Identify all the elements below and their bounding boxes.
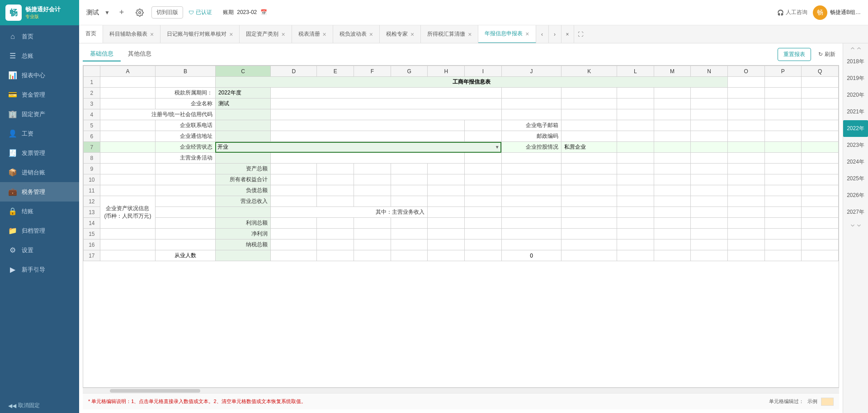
tab-tax-list-close[interactable]: × (323, 31, 326, 38)
cell-17-k[interactable] (561, 250, 617, 261)
cell-2-q[interactable] (802, 88, 839, 99)
tab-journal[interactable]: 日记账与银行对账单核对 × (160, 25, 240, 43)
cell-16-g[interactable] (391, 239, 428, 250)
refresh-button[interactable]: ↻ 刷新 (815, 48, 839, 61)
col-header-o[interactable]: O (727, 66, 764, 77)
cell-2-c[interactable]: 2022年度 (215, 88, 270, 99)
cell-11-g[interactable] (391, 185, 428, 196)
cell-10-l[interactable] (617, 174, 654, 185)
cell-4-p[interactable] (764, 109, 802, 120)
cell-16-o[interactable] (727, 239, 764, 250)
cell-10-b[interactable] (156, 174, 216, 185)
cell-16-d[interactable] (271, 239, 317, 250)
tab-annual-close[interactable]: × (525, 30, 529, 38)
cell-4-k[interactable] (561, 109, 617, 120)
settings-gear-button[interactable] (133, 6, 146, 19)
cell-10-h[interactable] (428, 174, 465, 185)
col-header-i[interactable]: I (465, 66, 502, 77)
cell-9-i[interactable] (465, 164, 502, 174)
cell-8-n[interactable] (691, 153, 728, 164)
cell-7-l[interactable] (617, 142, 654, 153)
cell-16-p[interactable] (764, 239, 802, 250)
cell-11-d[interactable] (271, 185, 317, 196)
cell-16-l[interactable] (617, 239, 654, 250)
cell-4-j[interactable] (501, 109, 561, 120)
subtab-other[interactable]: 其他信息 (121, 47, 159, 61)
cell-13-p[interactable] (764, 207, 802, 218)
cell-17-j[interactable]: 0 (501, 250, 561, 261)
cell-14-i[interactable] (465, 218, 502, 229)
cell-6-b[interactable]: 企业通信地址 (156, 131, 216, 142)
cell-8-i[interactable] (465, 153, 502, 164)
col-header-f[interactable]: F (354, 66, 391, 77)
cell-13-i[interactable] (465, 207, 502, 218)
cell-5-j[interactable]: 企业电子邮箱 (501, 120, 561, 131)
cell-3-n[interactable] (691, 99, 728, 109)
cell-9-e[interactable] (317, 164, 354, 174)
cell-7-p[interactable] (764, 142, 802, 153)
cell-16-c[interactable]: 纳税总额 (215, 239, 270, 250)
col-header-g[interactable]: G (391, 66, 428, 77)
cell-3-p[interactable] (764, 99, 802, 109)
cell-8-k[interactable] (561, 153, 617, 164)
cell-15-b[interactable] (156, 229, 216, 239)
cell-16-n[interactable] (691, 239, 728, 250)
cell-12-d[interactable] (271, 196, 317, 207)
cell-14-h[interactable] (428, 218, 465, 229)
cell-8-o[interactable] (727, 153, 764, 164)
cell-3-k[interactable] (561, 99, 617, 109)
cell-3-q[interactable] (802, 99, 839, 109)
cell-5-c[interactable] (215, 120, 270, 131)
cell-13-d[interactable]: 其中：主营业务收入 (271, 207, 428, 218)
cell-15-q[interactable] (802, 229, 839, 239)
cell-11-p[interactable] (764, 185, 802, 196)
cell-9-b[interactable] (156, 164, 216, 174)
cell-14-b[interactable] (156, 218, 216, 229)
cell-6-m[interactable] (654, 131, 691, 142)
cell-11-j[interactable] (501, 185, 561, 196)
sidebar-item-assets[interactable]: 🏢 固定资产 (0, 104, 79, 124)
cell-17-q[interactable] (802, 250, 839, 261)
cell-1-b[interactable] (156, 77, 216, 88)
cell-15-d[interactable] (271, 229, 317, 239)
col-header-m[interactable]: M (654, 66, 691, 77)
cell-16-j[interactable] (501, 239, 561, 250)
cell-17-m[interactable] (654, 250, 691, 261)
cell-10-e[interactable] (317, 174, 354, 185)
cell-5-a[interactable] (100, 120, 155, 131)
tab-income-tax[interactable]: 所得税汇算清缴 × (421, 25, 478, 43)
cell-3-l[interactable] (617, 99, 654, 109)
cell-10-a[interactable] (100, 174, 155, 185)
cell-10-d[interactable] (271, 174, 317, 185)
cell-10-i[interactable] (465, 174, 502, 185)
col-header-c[interactable]: C (215, 66, 270, 77)
topbar-dropdown[interactable]: ▼ (104, 9, 110, 16)
cell-12-e[interactable] (317, 196, 354, 207)
cell-13-j[interactable] (501, 207, 561, 218)
cell-6-j[interactable]: 邮政编码 (501, 131, 561, 142)
tab-tax-wave[interactable]: 税负波动表 × (333, 25, 380, 43)
tab-assets-cat-close[interactable]: × (281, 31, 285, 38)
cell-10-k[interactable] (561, 174, 617, 185)
cell-13-q[interactable] (802, 207, 839, 218)
sidebar-item-ledger[interactable]: ☰ 总账 (0, 46, 79, 66)
support-button[interactable]: 🎧 人工咨询 (777, 9, 807, 16)
cell-6-l[interactable] (617, 131, 654, 142)
cell-7-q[interactable] (802, 142, 839, 153)
cell-4-o[interactable] (727, 109, 764, 120)
cell-5-b[interactable]: 企业联系电话 (156, 120, 216, 131)
cell-12-k[interactable] (561, 196, 617, 207)
cell-10-f[interactable] (354, 174, 391, 185)
cell-11-m[interactable] (654, 185, 691, 196)
sidebar-item-home[interactable]: ⌂ 首页 (0, 27, 79, 46)
cell-10-q[interactable] (802, 174, 839, 185)
cell-8-c[interactable] (215, 153, 270, 164)
cell-12-q[interactable] (802, 196, 839, 207)
col-header-b[interactable]: B (156, 66, 216, 77)
cell-11-k[interactable] (561, 185, 617, 196)
cell-16-f[interactable] (354, 239, 391, 250)
cell-13-l[interactable] (617, 207, 654, 218)
cell-12-b[interactable] (156, 196, 216, 207)
year-item-2022[interactable]: 2022年 (843, 120, 868, 137)
cell-12-j[interactable] (501, 196, 561, 207)
